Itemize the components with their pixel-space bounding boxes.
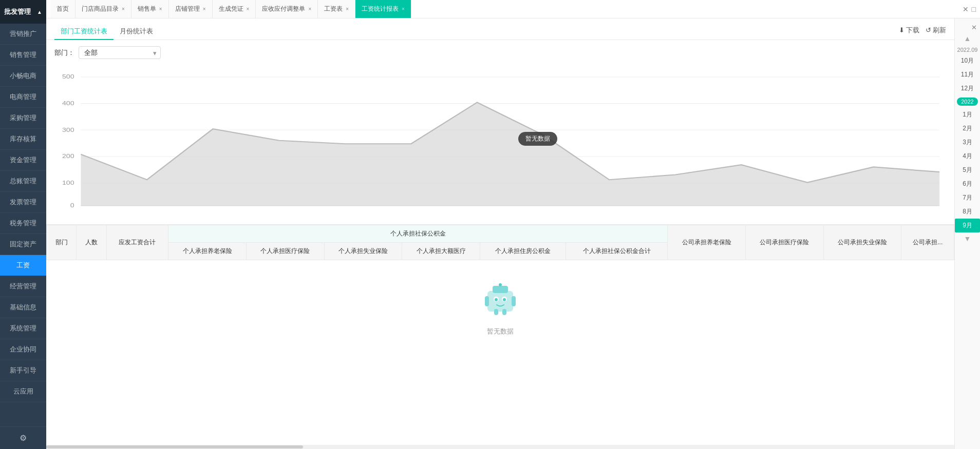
h-scrollbar[interactable] bbox=[46, 445, 954, 449]
sidebar-title: 批发管理 bbox=[4, 7, 31, 16]
month-10[interactable]: 10月 bbox=[955, 54, 980, 68]
tab-close-4[interactable]: × bbox=[247, 6, 250, 12]
svg-text:300: 300 bbox=[62, 126, 74, 133]
refresh-button[interactable]: ↺ 刷新 bbox=[926, 26, 946, 35]
sidebar-item-税务管理[interactable]: 税务管理 bbox=[0, 213, 46, 234]
sidebar-item-系统管理[interactable]: 系统管理 bbox=[0, 318, 46, 339]
sidebar-item-营销推广[interactable]: 营销推广 bbox=[0, 24, 46, 45]
month-1[interactable]: 1月 bbox=[955, 108, 980, 122]
no-data-state: 暂无数据 bbox=[46, 260, 954, 357]
svg-point-22 bbox=[503, 298, 506, 301]
sidebar-item-电商管理[interactable]: 电商管理 bbox=[0, 87, 46, 108]
tab-bar: 首页门店商品目录×销售单×店铺管理×生成凭证×应收应付调整单×工资表×工资统计报… bbox=[46, 0, 980, 18]
sub-tab-1[interactable]: 月份统计表 bbox=[114, 24, 159, 40]
settings-icon: ⚙ bbox=[20, 434, 27, 442]
svg-rect-15 bbox=[485, 296, 489, 306]
dept-filter-label: 部门： bbox=[54, 48, 74, 57]
tab-item-4[interactable]: 生成凭证× bbox=[213, 0, 256, 18]
sub-tabs: 部门工资统计表月份统计表 ⬇ 下载 ↺ 刷新 bbox=[46, 18, 954, 40]
no-data-text: 暂无数据 bbox=[487, 327, 514, 336]
month-3[interactable]: 3月 bbox=[955, 135, 980, 149]
svg-point-14 bbox=[499, 283, 502, 286]
right-panel-close[interactable]: ✕ bbox=[955, 23, 980, 32]
tab-item-0[interactable]: 首页 bbox=[50, 0, 76, 18]
right-panel-up[interactable]: ▲ bbox=[962, 32, 973, 45]
no-data-icon bbox=[480, 281, 521, 322]
month-7[interactable]: 7月 bbox=[955, 191, 980, 205]
month-9[interactable]: 9月 bbox=[955, 219, 980, 232]
col-personal-medical: 个人承担医疗保险 bbox=[246, 243, 324, 260]
sidebar-item-工资[interactable]: 工资 bbox=[0, 255, 46, 276]
close-window-icon[interactable]: ✕ bbox=[963, 5, 969, 13]
tab-item-2[interactable]: 销售单× bbox=[131, 0, 169, 18]
col-personal-unemployment: 个人承担失业保险 bbox=[324, 243, 402, 260]
month-6[interactable]: 6月 bbox=[955, 177, 980, 191]
sidebar-header[interactable]: 批发管理 ▲ bbox=[0, 0, 46, 24]
tab-close-6[interactable]: × bbox=[346, 6, 349, 12]
sidebar-item-企业协同[interactable]: 企业协同 bbox=[0, 339, 46, 360]
tab-item-3[interactable]: 店铺管理× bbox=[169, 0, 213, 18]
month-11[interactable]: 11月 bbox=[955, 68, 980, 82]
sidebar-item-资金管理[interactable]: 资金管理 bbox=[0, 150, 46, 171]
svg-text:500: 500 bbox=[62, 73, 74, 80]
tab-item-1[interactable]: 门店商品目录× bbox=[76, 0, 131, 18]
sidebar-item-库存核算[interactable]: 库存核算 bbox=[0, 129, 46, 150]
col-personal-housing: 个人承担住房公积金 bbox=[480, 243, 566, 260]
tab-close-2[interactable]: × bbox=[159, 6, 162, 12]
dept-select[interactable]: 全部 bbox=[79, 46, 161, 59]
sidebar-item-固定资产[interactable]: 固定资产 bbox=[0, 234, 46, 255]
sidebar-item-经营管理[interactable]: 经营管理 bbox=[0, 276, 46, 297]
dept-select-wrapper: 全部 bbox=[79, 46, 161, 59]
sidebar-footer-settings[interactable]: ⚙ bbox=[0, 426, 46, 449]
tab-bar-actions: ✕ □ bbox=[963, 5, 976, 13]
year-badge-2022[interactable]: 2022 bbox=[957, 97, 977, 106]
h-scrollbar-thumb[interactable] bbox=[46, 445, 303, 448]
tab-close-7[interactable]: × bbox=[402, 6, 405, 12]
svg-rect-16 bbox=[512, 296, 516, 306]
col-personal-total: 个人承担社保公积金合计 bbox=[566, 243, 668, 260]
col-personal-pension: 个人承担养老保险 bbox=[168, 243, 247, 260]
data-table: 部门 人数 应发工资合计 个人承担社保公积金 公司承担养老保险 公司承担医疗保险… bbox=[46, 225, 954, 260]
month-5[interactable]: 5月 bbox=[955, 163, 980, 177]
area-chart: 500 400 300 200 100 0 bbox=[54, 70, 946, 214]
sidebar-item-基础信息[interactable]: 基础信息 bbox=[0, 297, 46, 318]
restore-window-icon[interactable]: □ bbox=[972, 5, 976, 13]
tab-item-6[interactable]: 工资表× bbox=[318, 0, 355, 18]
sub-tab-actions: ⬇ 下载 ↺ 刷新 bbox=[899, 26, 946, 38]
download-label: 下载 bbox=[906, 26, 919, 35]
tab-item-7[interactable]: 工资统计报表× bbox=[355, 0, 411, 18]
month-12[interactable]: 12月 bbox=[955, 82, 980, 95]
sub-tab-0[interactable]: 部门工资统计表 bbox=[54, 24, 114, 40]
download-icon: ⬇ bbox=[899, 26, 904, 34]
col-total-wage: 应发工资合计 bbox=[106, 225, 168, 260]
sidebar-item-新手引导[interactable]: 新手引导 bbox=[0, 360, 46, 381]
download-button[interactable]: ⬇ 下载 bbox=[899, 26, 919, 35]
filter-row: 部门： 全部 bbox=[46, 40, 954, 65]
col-dept: 部门 bbox=[47, 225, 77, 260]
svg-rect-17 bbox=[494, 309, 498, 315]
month-2[interactable]: 2月 bbox=[955, 122, 980, 135]
col-count: 人数 bbox=[77, 225, 106, 260]
right-panel-down[interactable]: ▼ bbox=[962, 232, 973, 245]
sidebar-item-小畅电商[interactable]: 小畅电商 bbox=[0, 66, 46, 87]
svg-rect-12 bbox=[487, 291, 513, 311]
tab-item-5[interactable]: 应收应付调整单× bbox=[256, 0, 318, 18]
sidebar: 批发管理 ▲ 营销推广销售管理小畅电商电商管理采购管理库存核算资金管理总账管理发… bbox=[0, 0, 46, 449]
sidebar-item-销售管理[interactable]: 销售管理 bbox=[0, 45, 46, 66]
tab-close-1[interactable]: × bbox=[122, 6, 125, 12]
sidebar-item-发票管理[interactable]: 发票管理 bbox=[0, 192, 46, 213]
svg-rect-13 bbox=[493, 286, 508, 293]
sidebar-item-总账管理[interactable]: 总账管理 bbox=[0, 171, 46, 192]
refresh-icon: ↺ bbox=[926, 26, 931, 34]
tab-close-3[interactable]: × bbox=[203, 6, 206, 12]
tab-close-5[interactable]: × bbox=[308, 6, 311, 12]
month-4[interactable]: 4月 bbox=[955, 149, 980, 163]
svg-point-21 bbox=[495, 298, 498, 301]
col-company-unemployment: 公司承担失业保险 bbox=[823, 225, 901, 260]
month-8[interactable]: 8月 bbox=[955, 205, 980, 219]
sidebar-item-采购管理[interactable]: 采购管理 bbox=[0, 108, 46, 129]
svg-text:200: 200 bbox=[62, 152, 74, 160]
sidebar-arrow-icon: ▲ bbox=[37, 9, 42, 15]
sidebar-item-云应用[interactable]: 云应用 bbox=[0, 381, 46, 402]
table-area[interactable]: 部门 人数 应发工资合计 个人承担社保公积金 公司承担养老保险 公司承担医疗保险… bbox=[46, 224, 954, 445]
